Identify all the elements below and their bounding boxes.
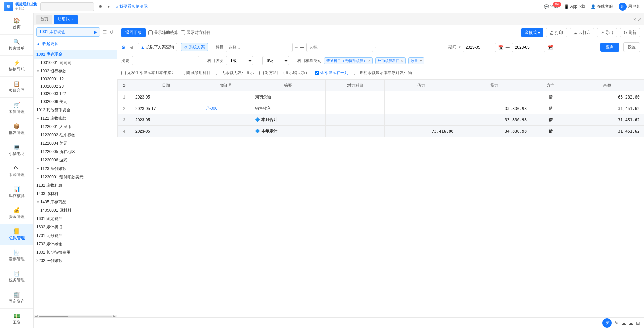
expand-more-btn[interactable]: ▲ 收起更多 bbox=[34, 39, 117, 49]
global-search[interactable] bbox=[40, 2, 94, 11]
tree-collapse-1123-icon[interactable]: ▼ bbox=[36, 167, 40, 171]
tree-collapse-1002-icon[interactable]: ▼ bbox=[36, 69, 40, 73]
tree-item-10010001[interactable]: 10010001 同同同 bbox=[34, 59, 117, 67]
tree-item-1601[interactable]: 1601 固定资产 bbox=[34, 215, 117, 223]
demo-link[interactable]: ○ 我要看实例演示 bbox=[116, 4, 148, 9]
maximize-btn[interactable]: ⤢ bbox=[637, 17, 641, 22]
sidebar-item-purchase[interactable]: 🛍 采购管理 bbox=[0, 161, 33, 182]
show-opposite-checkbox[interactable] bbox=[181, 30, 185, 35]
scroll-right-icon[interactable]: ▶ bbox=[113, 314, 116, 317]
check-no-balance-show-input[interactable] bbox=[121, 71, 126, 75]
app-download-btn[interactable]: 📱 App下载 bbox=[564, 4, 585, 9]
scroll-left-icon[interactable]: ◀ bbox=[35, 314, 38, 317]
close-panel-btn[interactable]: × bbox=[633, 17, 636, 22]
subject-end-input[interactable] bbox=[306, 43, 373, 52]
tab-close-icon[interactable]: × bbox=[72, 17, 74, 21]
tree-item-11220004[interactable]: 11220004 美元 bbox=[34, 139, 117, 148]
bottom-icon-btn-4[interactable]: ☁ bbox=[629, 320, 633, 326]
check-opening-show[interactable]: 期初余额显示本年累计发生额 bbox=[354, 70, 412, 76]
check-opposite-subject[interactable]: 对方科目（显示辅助项） bbox=[259, 70, 309, 76]
tree-collapse-1122-icon[interactable]: ▼ bbox=[36, 117, 40, 120]
check-no-balance-hide-input[interactable] bbox=[216, 71, 220, 75]
check-no-balance-hide[interactable]: 无余额无发生显示 bbox=[216, 70, 254, 76]
sidebar-item-tax[interactable]: 📑 税务管理 bbox=[0, 266, 33, 287]
tree-item-11220005[interactable]: 11220005 所在地区 bbox=[34, 148, 117, 156]
tree-item-1012[interactable]: 1012 其他货币资金 bbox=[34, 106, 117, 114]
period-start-input[interactable] bbox=[463, 43, 496, 52]
tree-item-10020001[interactable]: 10020001 12 bbox=[34, 75, 117, 83]
message-btn[interactable]: 💬 消息 99+ bbox=[544, 4, 558, 9]
tag-foreign-close-icon[interactable]: × bbox=[401, 59, 403, 63]
sidebar-item-home[interactable]: 🏠 首页 bbox=[0, 13, 33, 35]
cloud-print-btn[interactable]: ☁ 云打印 bbox=[570, 28, 594, 37]
nav-chevron-btn[interactable]: ▾ bbox=[106, 4, 112, 10]
tree-item-14050001[interactable]: 14050001 原材料 bbox=[34, 206, 117, 215]
online-service-btn[interactable]: 👤 在线客服 bbox=[591, 4, 613, 9]
tree-refresh-icon[interactable]: ↺ bbox=[109, 29, 114, 36]
check-balance-one-col-input[interactable] bbox=[315, 71, 319, 75]
level-end-select[interactable]: 6级1级2级3级4级5级 bbox=[262, 56, 289, 65]
filter-collapse-icon[interactable]: ◀ bbox=[130, 45, 133, 50]
tree-item-2202[interactable]: 2202 应付账款 bbox=[34, 257, 117, 265]
sidebar-item-project[interactable]: 📋 项目合同 bbox=[0, 77, 33, 98]
tree-item-1602[interactable]: 1602 累计折旧 bbox=[34, 223, 117, 232]
tree-item-1403[interactable]: 1403 原材料 bbox=[34, 190, 117, 198]
tag-foreign[interactable]: 外币核算科目 × bbox=[375, 57, 406, 64]
refresh-btn[interactable]: ↻ 刷新 bbox=[620, 28, 640, 37]
bottom-icon-btn-5[interactable]: ⊞ bbox=[636, 320, 640, 326]
check-opposite-subject-input[interactable] bbox=[259, 71, 264, 75]
col-settings[interactable]: ⚙ bbox=[118, 80, 131, 91]
check-balance-one-col[interactable]: 余额显示在一列 bbox=[315, 70, 348, 76]
show-aux-calc-check[interactable]: 显示辅助核算 bbox=[148, 30, 178, 36]
sidebar-item-search[interactable]: 🔍 搜索菜单 bbox=[0, 35, 33, 56]
tree-item-1405[interactable]: ▼ 1405 库存商品 bbox=[34, 198, 117, 206]
tree-item-11220002[interactable]: 11220002 往来标签 bbox=[34, 131, 117, 139]
sidebar-item-invoice[interactable]: 🧾 发票管理 bbox=[0, 245, 33, 266]
sidebar-item-quick-nav[interactable]: ⚡ 快捷导航 bbox=[0, 56, 33, 77]
query-btn[interactable]: 查询 bbox=[600, 43, 619, 52]
setting-btn[interactable]: 设置 bbox=[623, 42, 640, 52]
bottom-icon-btn-1[interactable]: 英 bbox=[602, 318, 612, 328]
sidebar-item-ecommerce[interactable]: 💻 小畅电商 bbox=[0, 140, 33, 161]
sidebar-item-wholesale[interactable]: 📦 批发管理 bbox=[0, 119, 33, 140]
tree-item-1122[interactable]: ▼ 1122 应收账款 bbox=[34, 114, 117, 123]
sidebar-item-retail[interactable]: 🛒 零售管理 bbox=[0, 98, 33, 119]
tree-item-1132[interactable]: 1132 应收利息 bbox=[34, 181, 117, 190]
summary-input[interactable] bbox=[132, 56, 199, 65]
search-input[interactable] bbox=[40, 2, 94, 11]
tag-normal[interactable]: 普通科目（无特殊核算） × bbox=[324, 57, 373, 64]
query-schema-btn[interactable]: ▲ 按以下方案查询 bbox=[138, 43, 177, 51]
show-opposite-check[interactable]: 显示对方科目 bbox=[181, 30, 211, 36]
tree-item-1001[interactable]: 1001 库存现金 bbox=[34, 50, 117, 59]
tree-list-icon[interactable]: ☰ bbox=[102, 29, 108, 36]
sidebar-item-ledger[interactable]: 📒 总账管理 bbox=[0, 224, 33, 245]
tree-item-11230001[interactable]: 11230001 预付账款美元 bbox=[34, 173, 117, 181]
tree-item-10020006[interactable]: 10020006 美元 bbox=[34, 97, 117, 106]
tree-item-11220001[interactable]: 11220001 人民币 bbox=[34, 123, 117, 131]
filter-section-icon[interactable]: ⚙ bbox=[121, 45, 126, 50]
sidebar-item-capital[interactable]: 💰 资金管理 bbox=[0, 203, 33, 224]
level-start-select[interactable]: 1级2级3级4级5级6级 bbox=[226, 56, 253, 65]
tree-item-1801[interactable]: 1801 长期待摊费用 bbox=[34, 248, 117, 257]
tree-item-1701[interactable]: 1701 无形资产 bbox=[34, 232, 117, 240]
tab-detail[interactable]: 明细账 × bbox=[54, 15, 78, 24]
amount-format-btn[interactable]: 金额式 ▾ bbox=[521, 28, 543, 37]
sidebar-item-salary[interactable]: 💵 工资 bbox=[0, 309, 33, 328]
bottom-icon-btn-2[interactable]: ✎ bbox=[614, 320, 619, 326]
nav-settings-btn[interactable]: ⚙ bbox=[97, 4, 104, 10]
tree-item-1123[interactable]: ▼ 1123 预付账款 bbox=[34, 165, 117, 173]
show-aux-calc-checkbox[interactable] bbox=[148, 30, 153, 35]
tag-quantity[interactable]: 数量 ▾ bbox=[408, 57, 424, 64]
tree-item-1702[interactable]: 1702 累计摊销 bbox=[34, 240, 117, 248]
tree-item-11220006[interactable]: 11220006 游戏 bbox=[34, 156, 117, 165]
check-hide-disabled[interactable]: 隐藏禁用科目 bbox=[181, 70, 211, 76]
tag-normal-close-icon[interactable]: × bbox=[368, 59, 370, 63]
tree-item-10020003[interactable]: 10020003 122 bbox=[34, 90, 117, 97]
user-avatar[interactable]: 用 用户名 bbox=[619, 3, 640, 11]
account-tree-selected[interactable]: 1001 库存现金 ▶ bbox=[36, 27, 100, 37]
period-end-input[interactable] bbox=[512, 43, 545, 52]
tree-item-1002[interactable]: ▼ 1002 银行存款 bbox=[34, 67, 117, 75]
print-btn[interactable]: 🖨 打印 bbox=[546, 28, 567, 37]
tree-item-10020002[interactable]: 10020002 23 bbox=[34, 83, 117, 90]
export-btn[interactable]: ↗ 导出 bbox=[597, 28, 617, 37]
